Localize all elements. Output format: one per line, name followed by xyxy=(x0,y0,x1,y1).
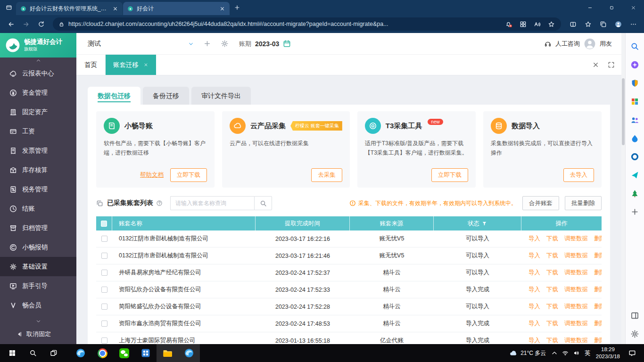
notifications-blocked-icon[interactable] xyxy=(502,17,516,31)
action-import-link[interactable]: 导入 xyxy=(528,252,540,260)
browser-tab[interactable]: 好会计 xyxy=(123,2,230,15)
lock-icon[interactable] xyxy=(58,21,65,27)
edge-sidebar-add-icon[interactable] xyxy=(629,206,641,217)
sidebar-item-guide[interactable]: 新手引导 xyxy=(0,276,76,296)
action-download-link[interactable]: 下载 xyxy=(546,252,558,260)
action-import-link[interactable]: 导入 xyxy=(528,337,540,344)
maximize-button[interactable] xyxy=(601,0,622,15)
sidebar-item-basic-settings[interactable]: 基础设置 xyxy=(0,257,76,276)
tab-actions-icon[interactable] xyxy=(2,0,16,15)
action-delete-link[interactable]: 删除 xyxy=(594,337,602,344)
page-tab[interactable]: 账套迁移 xyxy=(106,55,156,75)
browser-menu-icon[interactable] xyxy=(626,17,640,31)
user-name[interactable]: 用友 xyxy=(600,40,612,48)
add-account-set-icon[interactable] xyxy=(203,40,211,48)
card-help-link[interactable]: 帮助文档 xyxy=(140,171,164,179)
search-button[interactable] xyxy=(254,196,272,210)
filter-icon[interactable] xyxy=(482,221,487,226)
tray-volume-icon[interactable] xyxy=(573,350,579,356)
calendar-icon[interactable] xyxy=(283,40,291,48)
taskbar-task-view-button[interactable] xyxy=(43,344,64,362)
taskbar-app-edge-icon[interactable] xyxy=(178,344,200,362)
action-adjust-data-link[interactable]: 调整数据 xyxy=(564,320,588,328)
row-checkbox[interactable] xyxy=(101,236,107,242)
sidebar-item-salary[interactable]: 工资 xyxy=(0,122,76,141)
scrollbar-thumb[interactable] xyxy=(622,78,625,145)
notification-center-icon[interactable] xyxy=(625,344,639,362)
row-checkbox[interactable] xyxy=(101,304,107,310)
forward-button[interactable] xyxy=(19,17,33,31)
edge-sidebar-copilot-icon[interactable] xyxy=(629,59,641,70)
sidebar-item-archive[interactable]: 归档管理 xyxy=(0,218,76,238)
edge-sidebar-shield-icon[interactable] xyxy=(629,77,641,89)
close-tabs-icon[interactable] xyxy=(592,61,599,68)
row-checkbox[interactable] xyxy=(101,287,107,293)
add-favorite-icon[interactable] xyxy=(544,17,558,31)
minimize-button[interactable] xyxy=(579,0,601,15)
action-adjust-data-link[interactable]: 调整数据 xyxy=(564,252,588,260)
taskbar-app-chrome-icon[interactable] xyxy=(91,344,113,362)
split-screen-icon[interactable] xyxy=(566,17,580,31)
taskbar-app-edge-icon[interactable] xyxy=(70,344,91,362)
action-import-link[interactable]: 导入 xyxy=(528,320,540,328)
action-delete-link[interactable]: 删除 xyxy=(594,269,602,277)
taskbar-app-wechat-icon[interactable] xyxy=(113,344,135,362)
taskbar-app-app-grid-icon[interactable] xyxy=(135,344,157,362)
page-tab-close-icon[interactable] xyxy=(143,62,149,67)
tray-wifi-icon[interactable] xyxy=(562,350,569,356)
collections-icon[interactable] xyxy=(596,17,610,31)
action-download-link[interactable]: 下载 xyxy=(546,337,558,344)
select-all-checkbox[interactable] xyxy=(101,221,107,227)
taskbar-weather[interactable]: 21°C 多云 xyxy=(509,349,546,357)
sub-tab[interactable]: 数据包迁移 xyxy=(88,87,140,105)
action-adjust-data-link[interactable]: 调整数据 xyxy=(564,337,588,344)
unpin-sidebar-button[interactable]: 取消固定 xyxy=(0,324,76,344)
edge-sidebar-outlook-icon[interactable] xyxy=(629,151,641,162)
edge-sidebar-search-icon[interactable] xyxy=(629,41,641,52)
action-adjust-data-link[interactable]: 调整数据 xyxy=(564,286,588,294)
action-adjust-data-link[interactable]: 调整数据 xyxy=(564,235,588,243)
action-download-link[interactable]: 下载 xyxy=(546,303,558,311)
card-action-button[interactable]: 去采集 xyxy=(311,168,342,182)
merge-accounts-button[interactable]: 合并账套 xyxy=(522,196,559,210)
action-download-link[interactable]: 下载 xyxy=(546,269,558,277)
sidebar-item-closing[interactable]: 结账 xyxy=(0,199,76,218)
edge-sidebar-onedrive-icon[interactable] xyxy=(629,132,641,144)
action-delete-link[interactable]: 删除 xyxy=(594,320,602,328)
accounting-period[interactable]: 账期 2023-03 xyxy=(239,40,291,48)
tray-chevron-up-icon[interactable] xyxy=(551,350,558,356)
card-action-button[interactable]: 立即下载 xyxy=(170,168,207,182)
action-adjust-data-link[interactable]: 调整数据 xyxy=(564,269,588,277)
read-aloud-icon[interactable] xyxy=(530,17,544,31)
action-delete-link[interactable]: 删除 xyxy=(594,303,602,311)
row-checkbox[interactable] xyxy=(101,337,107,344)
row-checkbox[interactable] xyxy=(101,253,107,259)
refresh-button[interactable] xyxy=(34,17,48,31)
action-import-link[interactable]: 导入 xyxy=(528,303,540,311)
edge-sidebar-apps-icon[interactable] xyxy=(629,96,641,107)
sidebar-scroll-down-icon[interactable] xyxy=(0,318,76,324)
action-import-link[interactable]: 导入 xyxy=(528,269,540,277)
edge-sidebar-settings-icon[interactable] xyxy=(629,328,641,339)
settings-gear-icon[interactable] xyxy=(221,40,229,48)
sidebar-item-reimburse[interactable]: 小畅报销 xyxy=(0,238,76,257)
taskbar-start-button[interactable] xyxy=(2,344,23,362)
sidebar-scroll-up-icon[interactable] xyxy=(0,58,76,64)
sub-tab[interactable]: 备份迁移 xyxy=(143,87,189,105)
fullscreen-icon[interactable] xyxy=(608,61,615,68)
sidebar-item-funds[interactable]: 资金管理 xyxy=(0,83,76,102)
action-adjust-data-link[interactable]: 调整数据 xyxy=(564,303,588,311)
edge-sidebar-people-icon[interactable] xyxy=(629,114,641,125)
sidebar-item-cloud-report[interactable]: 云报表中心 xyxy=(0,64,76,83)
action-download-link[interactable]: 下载 xyxy=(546,320,558,328)
sidebar-item-invoice[interactable]: 发票管理 xyxy=(0,141,76,160)
user-avatar[interactable] xyxy=(584,38,596,50)
browser-tab[interactable]: 好会计云财务软件管理系统_会计 xyxy=(16,2,123,15)
batch-delete-button[interactable]: 批量删除 xyxy=(565,196,602,210)
edge-sidebar-tree-icon[interactable] xyxy=(629,188,641,199)
tab-close-icon[interactable] xyxy=(112,6,118,12)
action-import-link[interactable]: 导入 xyxy=(528,235,540,243)
search-input[interactable] xyxy=(170,196,254,210)
row-checkbox[interactable] xyxy=(101,270,107,276)
edge-sidebar-share-icon[interactable] xyxy=(629,169,641,181)
